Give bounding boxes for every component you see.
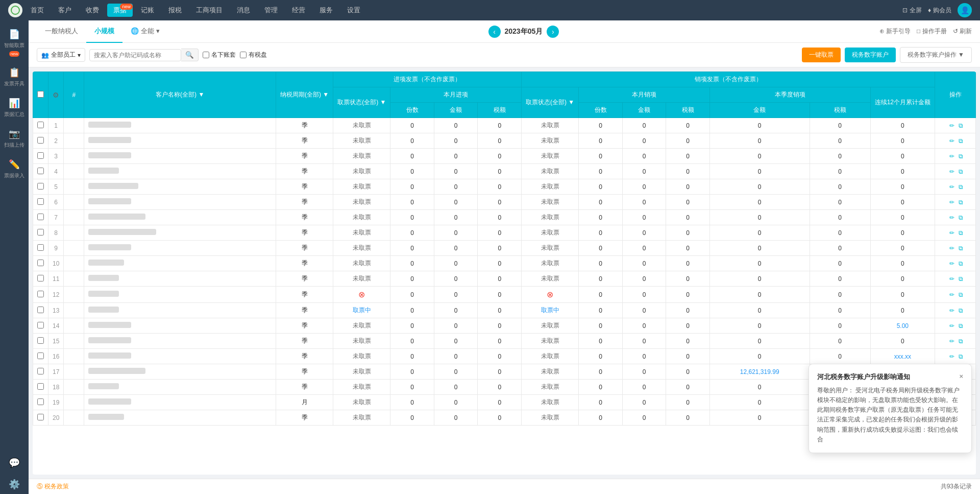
tax-policy-link[interactable]: ⑤ 税务政策 xyxy=(37,482,69,491)
copy-icon[interactable]: ⧉ xyxy=(959,199,963,206)
row-checkbox[interactable] xyxy=(33,133,48,149)
edit-icon[interactable]: ✏ xyxy=(949,353,954,360)
edit-icon[interactable]: ✏ xyxy=(949,168,954,175)
row-checkbox[interactable] xyxy=(33,287,48,303)
prev-month-button[interactable]: ‹ xyxy=(488,26,501,38)
row-checkbox[interactable] xyxy=(33,149,48,164)
next-month-button[interactable]: › xyxy=(547,26,559,38)
row-checkbox[interactable] xyxy=(33,225,48,241)
one-click-fetch-button[interactable]: 一键取票 xyxy=(802,48,841,62)
notification-close-button[interactable]: × xyxy=(959,372,963,382)
column-settings-icon[interactable]: ⚙ xyxy=(53,91,59,99)
row-checkbox[interactable] xyxy=(33,334,48,349)
tax-digital-account-button[interactable]: 税务数字账户 xyxy=(845,48,896,62)
row-customer-name[interactable] xyxy=(84,364,276,380)
row-checkbox[interactable] xyxy=(33,380,48,395)
copy-icon[interactable]: ⧉ xyxy=(959,307,963,314)
nav-settings[interactable]: 设置 xyxy=(341,4,366,17)
nav-billing[interactable]: 收费 xyxy=(80,4,105,17)
copy-icon[interactable]: ⧉ xyxy=(959,168,963,175)
row-customer-name[interactable] xyxy=(84,225,276,241)
row-customer-name[interactable] xyxy=(84,334,276,349)
edit-icon[interactable]: ✏ xyxy=(949,322,954,330)
edit-icon[interactable]: ✏ xyxy=(949,199,954,206)
copy-icon[interactable]: ⧉ xyxy=(959,275,963,283)
copy-icon[interactable]: ⧉ xyxy=(959,122,963,129)
row-customer-name[interactable] xyxy=(84,287,276,303)
sidebar-item-invoice-entry[interactable]: ✏️ 票据录入 xyxy=(0,155,29,183)
edit-icon[interactable]: ✏ xyxy=(949,338,954,345)
row-customer-name[interactable] xyxy=(84,164,276,179)
sidebar-item-scan-upload[interactable]: 📷 扫描上传 xyxy=(0,124,29,153)
row-customer-name[interactable] xyxy=(84,349,276,364)
employee-select[interactable]: 👥 全部员工 ▾ xyxy=(37,48,85,62)
nav-operation[interactable]: 经营 xyxy=(286,4,311,17)
row-checkbox[interactable] xyxy=(33,118,48,133)
nav-manage[interactable]: 管理 xyxy=(258,4,284,17)
row-customer-name[interactable] xyxy=(84,395,276,410)
nav-customer[interactable]: 客户 xyxy=(52,4,78,17)
edit-icon[interactable]: ✏ xyxy=(949,245,954,252)
row-checkbox[interactable] xyxy=(33,195,48,210)
edit-icon[interactable]: ✏ xyxy=(949,260,954,267)
row-checkbox[interactable] xyxy=(33,364,48,380)
copy-icon[interactable]: ⧉ xyxy=(959,353,963,360)
nav-message[interactable]: 消息 xyxy=(231,4,256,17)
col-in-fetch-status-header[interactable]: 取票状态(全部) ▼ xyxy=(333,87,390,118)
nav-tax[interactable]: 报税 xyxy=(162,4,188,17)
row-checkbox[interactable] xyxy=(33,210,48,225)
edit-icon[interactable]: ✏ xyxy=(949,122,954,129)
under-account-checkbox[interactable]: 名下账套 xyxy=(203,51,236,59)
edit-icon[interactable]: ✏ xyxy=(949,229,954,237)
col-tax-period-header[interactable]: 纳税周期(全部) ▼ xyxy=(276,72,333,118)
tab-general-taxpayer[interactable]: 一般纳税人 xyxy=(37,20,86,43)
user-avatar[interactable]: 👤 xyxy=(958,3,972,17)
row-customer-name[interactable] xyxy=(84,179,276,195)
row-customer-name[interactable] xyxy=(84,210,276,225)
edit-icon[interactable]: ✏ xyxy=(949,214,954,221)
copy-icon[interactable]: ⧉ xyxy=(959,291,963,298)
has-taxpad-input[interactable] xyxy=(240,52,247,58)
tax-digital-operations-button[interactable]: 税务数字账户操作 ▼ xyxy=(900,47,972,63)
row-customer-name[interactable] xyxy=(84,133,276,149)
sidebar-item-smart-fetch[interactable]: 📄 智能取票 new xyxy=(0,25,29,61)
copy-icon[interactable]: ⧉ xyxy=(959,260,963,267)
row-customer-name[interactable] xyxy=(84,271,276,287)
search-input[interactable] xyxy=(89,49,181,61)
row-checkbox[interactable] xyxy=(33,179,48,195)
manual-link[interactable]: □ 操作手册 xyxy=(917,27,947,36)
col-out-fetch-status-header[interactable]: 取票状态(全部) ▼ xyxy=(522,87,579,118)
row-customer-name[interactable] xyxy=(84,318,276,334)
row-checkbox[interactable] xyxy=(33,256,48,271)
edit-icon[interactable]: ✏ xyxy=(949,183,954,191)
select-all-checkbox[interactable] xyxy=(37,91,44,98)
row-checkbox[interactable] xyxy=(33,395,48,410)
copy-icon[interactable]: ⧉ xyxy=(959,229,963,237)
nav-business[interactable]: 工商项目 xyxy=(190,4,229,17)
copy-icon[interactable]: ⧉ xyxy=(959,322,963,330)
nav-invoice[interactable]: 票据 new xyxy=(107,4,133,17)
edit-icon[interactable]: ✏ xyxy=(949,153,954,160)
row-customer-name[interactable] xyxy=(84,410,276,426)
edit-icon[interactable]: ✏ xyxy=(949,275,954,283)
edit-icon[interactable]: ✏ xyxy=(949,307,954,314)
copy-icon[interactable]: ⧉ xyxy=(959,214,963,221)
row-checkbox[interactable] xyxy=(33,318,48,334)
copy-icon[interactable]: ⧉ xyxy=(959,183,963,191)
row-customer-name[interactable] xyxy=(84,241,276,256)
copy-icon[interactable]: ⧉ xyxy=(959,245,963,252)
row-customer-name[interactable] xyxy=(84,118,276,133)
row-customer-name[interactable] xyxy=(84,380,276,395)
under-account-input[interactable] xyxy=(203,52,209,58)
copy-icon[interactable]: ⧉ xyxy=(959,153,963,160)
nav-home[interactable]: 首页 xyxy=(24,4,50,17)
row-checkbox[interactable] xyxy=(33,410,48,426)
row-customer-name[interactable] xyxy=(84,303,276,318)
nav-accounting[interactable]: 记账 xyxy=(135,4,160,17)
row-checkbox[interactable] xyxy=(33,271,48,287)
edit-icon[interactable]: ✏ xyxy=(949,137,954,145)
search-button[interactable]: 🔍 xyxy=(181,49,199,61)
row-customer-name[interactable] xyxy=(84,149,276,164)
row-checkbox[interactable] xyxy=(33,349,48,364)
fullscreen-button[interactable]: ⊡ 全屏 xyxy=(902,6,922,15)
